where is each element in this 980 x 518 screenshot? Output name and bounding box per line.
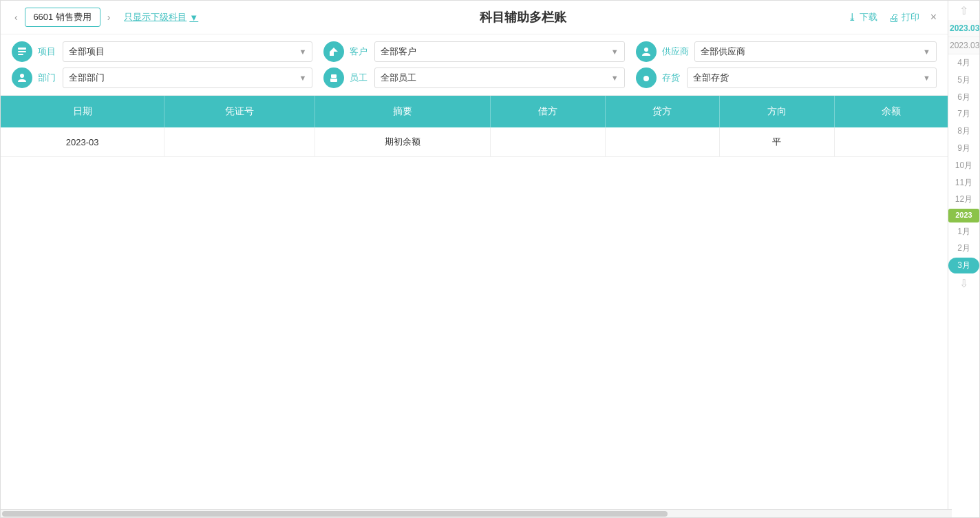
sidebar-month-7[interactable]: 7月 xyxy=(948,105,979,123)
sidebar-month-6[interactable]: 6月 xyxy=(948,89,979,106)
supplier-dropdown-icon: ▼ xyxy=(923,48,930,56)
cell-direction: 平 xyxy=(720,127,835,157)
employee-value: 全部员工 xyxy=(381,72,416,84)
project-value: 全部项目 xyxy=(69,45,105,58)
project-label: 项目 xyxy=(38,45,57,58)
customer-select[interactable]: 全部客户 ▼ xyxy=(374,41,624,62)
nav-prev-arrow[interactable]: ‹ xyxy=(12,10,21,24)
filter-section: 项目 全部项目 ▼ 客户 全部客户 ▼ xyxy=(1,34,948,96)
customer-dropdown-icon: ▼ xyxy=(611,48,619,56)
nav-left: ‹ 6601 销售费用 › xyxy=(12,8,113,27)
sidebar-month-11[interactable]: 11月 xyxy=(948,174,979,191)
scrollbar-thumb[interactable] xyxy=(2,511,668,517)
col-direction: 方向 xyxy=(720,96,835,127)
sidebar-scroll-down[interactable]: ⇩ xyxy=(948,274,979,293)
svg-point-3 xyxy=(644,48,648,52)
svg-rect-1 xyxy=(18,51,26,52)
sidebar-date-2023-03-second[interactable]: 2023.03 xyxy=(948,37,979,54)
cell-balance xyxy=(834,127,948,157)
show-sub-dropdown-icon: ▼ xyxy=(189,12,198,23)
table-header-row: 日期 凭证号 摘要 借方 贷方 方向 余额 xyxy=(1,96,948,127)
download-label: 下载 xyxy=(860,11,877,23)
employee-label: 员工 xyxy=(350,72,369,84)
filter-inventory: 存货 全部存货 ▼ xyxy=(636,68,937,88)
print-label: 打印 xyxy=(902,11,919,23)
download-icon: ⤓ xyxy=(848,11,857,23)
supplier-label: 供应商 xyxy=(662,45,689,58)
col-voucher: 凭证号 xyxy=(164,96,315,127)
cell-date: 2023-03 xyxy=(1,127,164,157)
supplier-icon xyxy=(636,41,657,62)
sidebar-month-3-active[interactable]: 3月 xyxy=(948,258,979,273)
employee-dropdown-icon: ▼ xyxy=(611,74,619,82)
svg-point-7 xyxy=(643,76,649,81)
customer-value: 全部客户 xyxy=(381,45,416,58)
sidebar-month-12[interactable]: 12月 xyxy=(948,191,979,208)
sidebar-month-9[interactable]: 9月 xyxy=(948,140,979,157)
main-table-section: 日期 凭证号 摘要 借方 贷方 方向 余额 2023-03 期初余额 xyxy=(1,96,948,157)
filter-row-1: 项目 全部项目 ▼ 客户 全部客户 ▼ xyxy=(12,41,937,62)
show-sub-label: 只显示下级科目 xyxy=(124,11,187,23)
header-actions: ⤓ 下载 🖨 打印 xyxy=(848,11,919,23)
department-select[interactable]: 全部部门 ▼ xyxy=(63,68,312,88)
col-balance: 余额 xyxy=(834,96,948,127)
col-credit: 贷方 xyxy=(605,96,720,127)
sidebar-month-4[interactable]: 4月 xyxy=(948,54,979,72)
employee-select[interactable]: 全部员工 ▼ xyxy=(374,68,624,88)
svg-rect-6 xyxy=(330,79,337,82)
project-icon xyxy=(12,41,32,62)
ledger-table: 日期 凭证号 摘要 借方 贷方 方向 余额 2023-03 期初余额 xyxy=(1,96,948,157)
department-icon xyxy=(12,68,32,88)
sidebar-month-10[interactable]: 10月 xyxy=(948,157,979,174)
nav-next-arrow[interactable]: › xyxy=(105,10,114,24)
inventory-dropdown-icon: ▼ xyxy=(923,74,930,82)
sidebar-month-2[interactable]: 2月 xyxy=(948,240,979,257)
sidebar-year-2023[interactable]: 2023 xyxy=(948,209,979,222)
employee-icon xyxy=(323,68,344,88)
col-debit: 借方 xyxy=(491,96,606,127)
cell-debit xyxy=(491,127,606,157)
filter-supplier: 供应商 全部供应商 ▼ xyxy=(636,41,937,62)
download-btn[interactable]: ⤓ 下载 xyxy=(848,11,877,23)
svg-point-4 xyxy=(20,74,24,78)
project-dropdown-icon: ▼ xyxy=(299,48,306,56)
close-button[interactable]: × xyxy=(930,11,937,23)
filter-customer: 客户 全部客户 ▼ xyxy=(323,41,624,62)
account-code-display[interactable]: 6601 销售费用 xyxy=(25,8,100,27)
supplier-select[interactable]: 全部供应商 ▼ xyxy=(694,41,937,62)
col-summary: 摘要 xyxy=(315,96,490,127)
print-icon: 🖨 xyxy=(888,12,899,23)
department-value: 全部部门 xyxy=(69,72,105,84)
inventory-label: 存货 xyxy=(662,72,681,84)
print-btn[interactable]: 🖨 打印 xyxy=(888,11,919,23)
cell-voucher xyxy=(164,127,315,157)
sidebar-date-2023-03-first[interactable]: 2023.03 xyxy=(948,20,979,37)
inventory-icon xyxy=(636,68,657,88)
filter-row-2: 部门 全部部门 ▼ 员工 全部员工 ▼ xyxy=(12,68,937,88)
table-row: 2023-03 期初余额 平 xyxy=(1,127,948,157)
page-title: 科目辅助多栏账 xyxy=(198,9,847,25)
project-select[interactable]: 全部项目 ▼ xyxy=(63,41,312,62)
col-date: 日期 xyxy=(1,96,164,127)
svg-rect-5 xyxy=(331,74,337,78)
supplier-value: 全部供应商 xyxy=(701,45,745,58)
sidebar-month-1[interactable]: 1月 xyxy=(948,223,979,240)
cell-summary: 期初余额 xyxy=(315,127,490,157)
department-dropdown-icon: ▼ xyxy=(299,74,306,82)
sidebar-month-5[interactable]: 5月 xyxy=(948,72,979,89)
svg-rect-0 xyxy=(18,48,26,50)
customer-label: 客户 xyxy=(350,45,369,58)
horizontal-scrollbar[interactable] xyxy=(1,509,952,517)
header-bar: ‹ 6601 销售费用 › 只显示下级科目 ▼ 科目辅助多栏账 ⤓ 下载 🖨 打… xyxy=(1,1,948,34)
timeline-sidebar: ⇧ 2023.03 2023.03 4月 5月 6月 7月 8月 9月 10月 … xyxy=(948,1,979,517)
customer-icon xyxy=(323,41,344,62)
sidebar-scroll-up[interactable]: ⇧ xyxy=(948,1,979,20)
filter-department: 部门 全部部门 ▼ xyxy=(12,68,312,88)
filter-project: 项目 全部项目 ▼ xyxy=(12,41,312,62)
show-sub-account-btn[interactable]: 只显示下级科目 ▼ xyxy=(124,11,198,23)
sidebar-month-8[interactable]: 8月 xyxy=(948,123,979,140)
inventory-value: 全部存货 xyxy=(693,72,729,84)
inventory-select[interactable]: 全部存货 ▼ xyxy=(687,68,937,88)
cell-credit xyxy=(605,127,720,157)
svg-rect-2 xyxy=(18,54,23,55)
